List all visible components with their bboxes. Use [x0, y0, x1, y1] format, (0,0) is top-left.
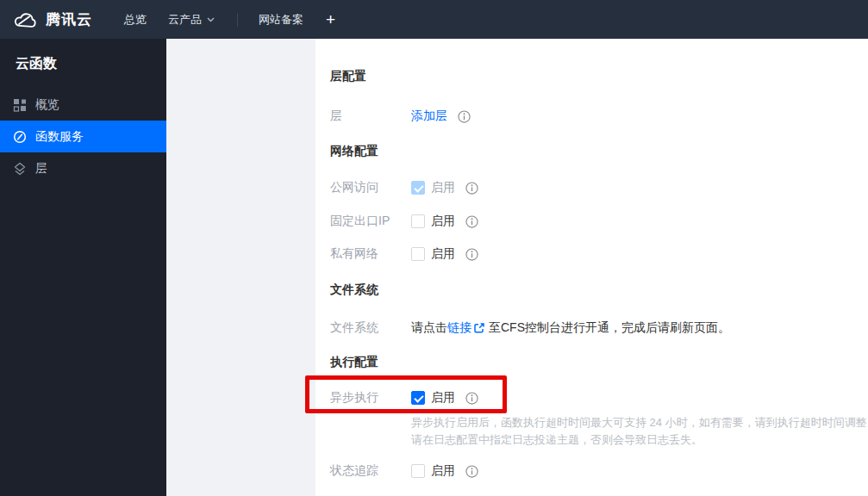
external-link-icon[interactable] [473, 322, 485, 334]
private-network-checkbox[interactable] [411, 247, 425, 261]
top-navigation: 总览 云产品 网站备案 + [124, 11, 335, 28]
async-exec-checkbox[interactable] [411, 391, 425, 405]
brand-home-link[interactable]: 腾讯云 [11, 9, 92, 30]
sidebar-item-label: 函数服务 [35, 129, 84, 145]
private-network-row: 私有网络 启用 [330, 245, 868, 263]
async-exec-row: 异步执行 启用 [330, 389, 868, 406]
public-access-checkbox[interactable] [411, 181, 425, 195]
sidebar-product-title: 云函数 [16, 54, 166, 72]
info-icon[interactable] [458, 110, 471, 123]
sidebar-item-label: 层 [35, 161, 47, 177]
nav-cloud-products-label: 云产品 [168, 12, 202, 28]
info-icon[interactable] [465, 215, 478, 228]
topbar: 腾讯云 总览 云产品 网站备案 + [0, 0, 868, 39]
layers-icon [13, 162, 27, 176]
status-tracking-checkbox[interactable] [411, 464, 425, 478]
layer-row: 层 添加层 [330, 108, 868, 125]
enable-label: 启用 [431, 390, 455, 406]
nav-item-website-record[interactable]: 网站备案 [259, 12, 303, 28]
nav-item-cloud-products[interactable]: 云产品 [168, 12, 215, 28]
tencent-cloud-logo-icon [11, 9, 39, 30]
fixed-ip-checkbox[interactable] [411, 214, 425, 228]
chevron-down-icon [207, 17, 215, 22]
grid-icon [13, 98, 27, 112]
cfs-link[interactable]: 链接 [447, 320, 471, 336]
enable-label: 启用 [431, 214, 455, 229]
function-config-content: 层配置 层 添加层 网络配置 公网访问 启用 固定出口IP 启用 [315, 39, 868, 496]
nav-item-overview[interactable]: 总览 [124, 12, 147, 28]
sidebar-item-function-service[interactable]: 函数服务 [0, 121, 166, 152]
file-system-label: 文件系统 [330, 320, 411, 336]
add-layer-link[interactable]: 添加层 [411, 108, 447, 124]
sidebar-item-overview[interactable]: 概览 [0, 89, 166, 121]
file-system-hint: 请点击 链接 至CFS控制台进行开通，完成后请刷新页面。 [411, 320, 730, 336]
sidebar-menu: 概览 函数服务 层 [0, 89, 166, 184]
layer-label: 层 [330, 108, 411, 124]
enable-label: 启用 [431, 180, 455, 195]
async-exec-label: 异步执行 [330, 390, 411, 406]
section-title-network-config: 网络配置 [330, 142, 868, 159]
status-tracking-label: 状态追踪 [330, 463, 411, 479]
nav-add-tab-button[interactable]: + [326, 11, 335, 28]
async-exec-description: 异步执行启用后，函数执行超时时间最大可支持 24 小时，如有需要，请到执行超时时… [411, 414, 868, 449]
async-desc-line2: 请在日志配置中指定日志投递主题，否则会导致日志丢失。 [411, 431, 868, 449]
async-desc-line1: 异步执行启用后，函数执行超时时间最大可支持 24 小时，如有需要，请到执行超时时… [411, 414, 868, 431]
console-screen: 腾讯云 总览 云产品 网站备案 + 云函数 [0, 0, 868, 496]
status-tracking-row: 状态追踪 启用 [330, 462, 868, 480]
function-list-collapsed-panel [166, 39, 315, 496]
enable-label: 启用 [431, 463, 455, 479]
public-access-row: 公网访问 启用 [330, 179, 868, 196]
section-title-exec-config: 执行配置 [330, 353, 868, 370]
hint-prefix: 请点击 [411, 320, 447, 336]
section-title-layer-config: 层配置 [330, 67, 868, 84]
info-icon[interactable] [465, 392, 478, 405]
fixed-ip-label: 固定出口IP [330, 214, 411, 229]
public-access-label: 公网访问 [330, 180, 411, 195]
fixed-ip-row: 固定出口IP 启用 [330, 213, 868, 230]
file-system-row: 文件系统 请点击 链接 至CFS控制台进行开通，完成后请刷新页面。 [330, 319, 868, 337]
info-icon[interactable] [465, 465, 478, 478]
hint-suffix: 至CFS控制台进行开通，完成后请刷新页面。 [489, 320, 730, 336]
sidebar: 云函数 概览 函数服务 [0, 39, 166, 496]
info-icon[interactable] [465, 182, 478, 195]
sidebar-item-layers[interactable]: 层 [0, 152, 166, 184]
brand-name: 腾讯云 [46, 9, 92, 29]
nav-divider [237, 13, 238, 27]
enable-label: 启用 [431, 246, 455, 262]
sidebar-item-label: 概览 [35, 97, 59, 113]
private-network-label: 私有网络 [330, 246, 411, 262]
info-icon[interactable] [465, 248, 478, 261]
section-title-file-system: 文件系统 [330, 281, 868, 298]
function-circle-slash-icon [13, 130, 27, 144]
